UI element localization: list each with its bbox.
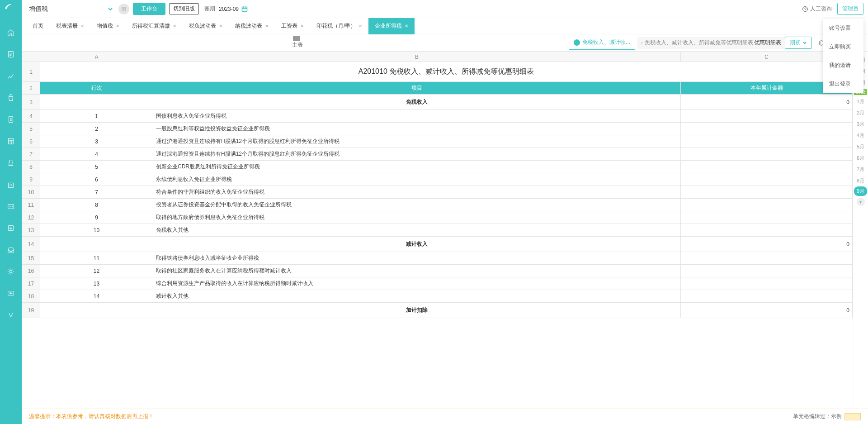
month-item[interactable]: 6月 <box>857 152 864 164</box>
month-item[interactable]: 8月 <box>857 175 864 186</box>
inbox-icon[interactable] <box>6 245 15 254</box>
calendar-icon[interactable] <box>241 6 248 12</box>
cell-seq[interactable]: 12 <box>40 265 153 277</box>
menu-logout[interactable]: 退出登录 <box>823 75 863 93</box>
close-icon[interactable]: ✕ <box>80 24 84 29</box>
cell-seq[interactable]: 8 <box>40 199 153 211</box>
menu-account-settings[interactable]: 账号设置 <box>823 19 863 38</box>
cell-seq[interactable]: 3 <box>40 135 153 148</box>
period-initial-button[interactable]: 期初 <box>785 37 812 49</box>
cell-seq[interactable]: 14 <box>40 290 153 303</box>
cell-seq[interactable]: 4 <box>40 148 153 161</box>
month-item[interactable]: 1月 <box>857 96 864 107</box>
tab-4[interactable]: 税负波动表✕ <box>183 18 229 34</box>
menu-my-invites[interactable]: 我的邀请 <box>823 56 863 75</box>
gear-icon[interactable] <box>6 267 15 276</box>
subtab-main[interactable]: 主表 <box>27 36 568 50</box>
home-icon[interactable] <box>6 28 15 37</box>
document-icon[interactable] <box>6 50 15 59</box>
tab-6[interactable]: 工资表✕ <box>275 18 310 34</box>
cell-seq[interactable]: 2 <box>40 123 153 135</box>
cell-item[interactable]: 取得铁路债券利息收入减半征收企业所得税 <box>153 252 681 265</box>
cell-amount[interactable] <box>681 110 853 123</box>
month-item[interactable]: 4月 <box>857 130 864 141</box>
cell-item[interactable]: 综合利用资源生产产品取得的收入在计算应纳税所得额时减计收入 <box>153 277 681 290</box>
cell-amount[interactable] <box>681 265 853 277</box>
cell-item[interactable]: 国债利息收入免征企业所得税 <box>153 110 681 123</box>
cell-amount[interactable]: 0 <box>681 237 853 252</box>
workspace-button[interactable]: 工作台 <box>133 3 165 15</box>
company-selector[interactable]: 增值税 <box>26 5 117 13</box>
cell-seq[interactable]: 13 <box>40 277 153 290</box>
close-icon[interactable]: ✕ <box>116 24 119 29</box>
cell-item[interactable]: 减计收入其他 <box>153 290 681 303</box>
cell-amount[interactable]: 0 <box>681 95 853 110</box>
video-icon[interactable] <box>6 289 15 298</box>
cell-amount[interactable] <box>681 290 853 303</box>
admin-button[interactable]: 管理员 <box>837 3 863 15</box>
menu-buy-now[interactable]: 立即购买 <box>823 38 863 56</box>
receipt-icon[interactable] <box>6 115 15 124</box>
cell-item[interactable]: 通过沪港通投资且连续持有H股满12个月取得的股息红利所得免征企业所得税 <box>153 135 681 148</box>
close-icon[interactable]: ✕ <box>219 24 222 29</box>
cell-amount[interactable] <box>681 224 853 237</box>
report-icon[interactable] <box>6 202 15 211</box>
cell-seq[interactable]: 6 <box>40 173 153 186</box>
cell-item[interactable]: 取得的地方政府债券利息收入免征企业所得税 <box>153 211 681 224</box>
note-icon[interactable] <box>118 4 129 14</box>
cell-item[interactable]: 取得的社区家庭服务收入在计算应纳税所得额时减计收入 <box>153 265 681 277</box>
cell-item[interactable]: 符合条件的非营利组织的收入免征企业所得税 <box>153 186 681 199</box>
v-icon[interactable] <box>6 310 15 319</box>
close-icon[interactable]: ✕ <box>173 24 176 29</box>
close-icon[interactable]: ✕ <box>359 24 362 29</box>
tab-2[interactable]: 增值税✕ <box>90 18 126 34</box>
cell-seq[interactable]: 7 <box>40 186 153 199</box>
close-icon[interactable]: ✕ <box>405 24 408 29</box>
switch-old-button[interactable]: 切到旧版 <box>169 3 199 14</box>
export-icon[interactable] <box>6 224 15 233</box>
cell-amount[interactable] <box>681 277 853 290</box>
cell-item[interactable]: 一般股息红利等权益性投资收益免征企业所得税 <box>153 123 681 135</box>
cell-seq[interactable]: 1 <box>40 110 153 123</box>
cell-amount[interactable] <box>681 252 853 265</box>
cell-amount[interactable] <box>681 173 853 186</box>
month-item[interactable]: 3月 <box>857 119 864 130</box>
cell-seq[interactable] <box>40 303 153 318</box>
cell-item[interactable]: 免税收入其他 <box>153 224 681 237</box>
building-icon[interactable] <box>6 180 15 189</box>
cell-amount[interactable] <box>681 135 853 148</box>
cell-item[interactable]: 永续债利息收入免征企业所得税 <box>153 173 681 186</box>
cell-amount[interactable]: 0 <box>681 303 853 318</box>
month-item[interactable]: 2月 <box>857 107 864 119</box>
cell-amount[interactable] <box>681 161 853 173</box>
close-icon[interactable]: ✕ <box>265 24 269 29</box>
cell-seq[interactable] <box>40 95 153 110</box>
chart-line-icon[interactable] <box>6 71 15 81</box>
tab-5[interactable]: 纳税波动表✕ <box>229 18 275 34</box>
cell-seq[interactable]: 5 <box>40 161 153 173</box>
tab-0[interactable]: 首页 <box>26 18 50 34</box>
tab-1[interactable]: 税表清册✕ <box>50 18 90 34</box>
cell-amount[interactable] <box>681 211 853 224</box>
cell-item[interactable]: 通过深港通投资且连续持有H股满12个月取得的股息红利所得免征企业所得税 <box>153 148 681 161</box>
cell-seq[interactable]: 11 <box>40 252 153 265</box>
cell-seq[interactable] <box>40 237 153 252</box>
cell-item[interactable]: 创新企业CDR股息红利所得免征企业所得税 <box>153 161 681 173</box>
cell-amount[interactable] <box>681 186 853 199</box>
cell-amount[interactable] <box>681 123 853 135</box>
tab-8[interactable]: 企业所得税✕ <box>368 18 415 34</box>
tab-3[interactable]: 所得税汇算清缴✕ <box>126 18 183 34</box>
month-item-active[interactable]: 9月 <box>854 186 867 196</box>
bag-icon[interactable] <box>6 93 15 102</box>
spreadsheet[interactable]: A B C 1 A201010 免税收入、减计收入、所得减免等优惠明细表 2 行… <box>22 52 853 409</box>
tab-7[interactable]: 印花税（月/季）✕ <box>310 18 368 34</box>
calculator-icon[interactable] <box>6 137 15 146</box>
month-down-icon[interactable]: ▾ <box>857 198 865 206</box>
month-item[interactable]: 5月 <box>857 141 864 152</box>
cell-seq[interactable]: 10 <box>40 224 153 237</box>
cell-amount[interactable] <box>681 148 853 161</box>
month-item[interactable]: 7月 <box>857 164 864 175</box>
subtab-detail[interactable]: 免税收入、减计收... <box>569 36 635 50</box>
cell-item[interactable]: 投资者从证券投资基金分配中取得的收入免征企业所得税 <box>153 199 681 211</box>
stamp-icon[interactable] <box>6 158 15 167</box>
